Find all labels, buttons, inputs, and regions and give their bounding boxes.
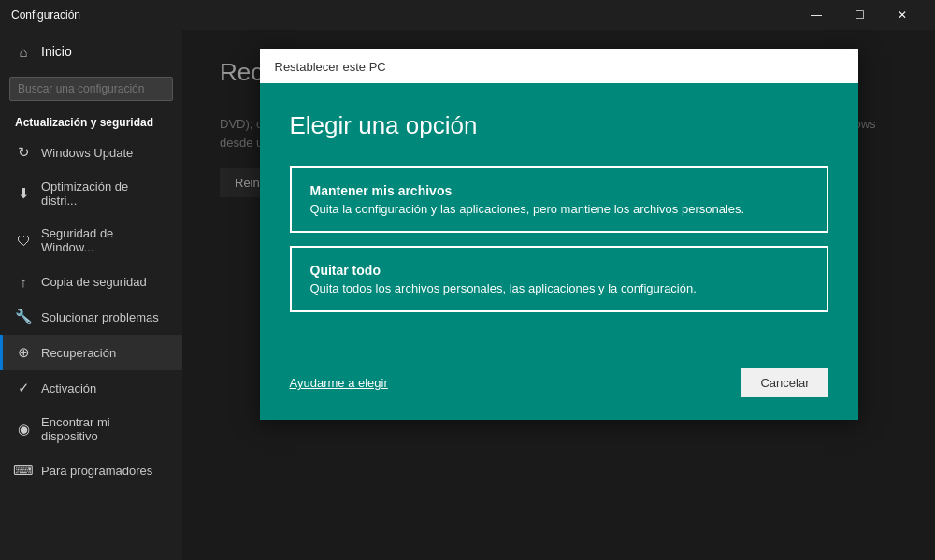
search-input[interactable]	[9, 77, 173, 101]
sidebar-item-label: Activación	[41, 381, 96, 395]
title-bar: Configuración — ☐ ✕	[0, 0, 935, 30]
sidebar-item-windows-security[interactable]: 🛡 Seguridad de Window...	[0, 217, 182, 264]
sidebar-item-find-device[interactable]: ◉ Encontrar mi dispositivo	[0, 406, 182, 452]
help-link[interactable]: Ayudarme a elegir	[290, 376, 388, 390]
dialog-body: Elegir una opción Mantener mis archivos …	[260, 83, 858, 353]
sidebar-item-label: Solucionar problemas	[41, 310, 159, 324]
update-icon: ↻	[15, 144, 32, 161]
recovery-icon: ⊕	[15, 344, 32, 361]
dialog-footer: Ayudarme a elegir Cancelar	[260, 353, 858, 420]
sidebar-home[interactable]: ⌂ Inicio	[0, 30, 182, 73]
remove-all-title: Quitar todo	[310, 263, 381, 278]
sidebar-item-label: Optimización de distri...	[41, 179, 167, 208]
sidebar-item-label: Encontrar mi dispositivo	[41, 415, 167, 443]
sidebar-item-backup[interactable]: ↑ Copia de seguridad	[0, 264, 182, 299]
sidebar-item-label: Seguridad de Window...	[41, 226, 167, 254]
dialog-titlebar: Restablecer este PC	[260, 49, 858, 83]
keep-files-option[interactable]: Mantener mis archivos Quita la configura…	[290, 166, 828, 233]
sidebar-item-label: Windows Update	[41, 146, 133, 160]
sidebar-item-delivery-optimization[interactable]: ⬇ Optimización de distri...	[0, 170, 182, 217]
sidebar-section-title: Actualización y seguridad	[0, 108, 182, 135]
home-label: Inicio	[41, 44, 72, 59]
home-icon: ⌂	[15, 43, 32, 60]
sidebar-item-label: Recuperación	[41, 346, 116, 360]
remove-all-desc: Quita todos los archivos personales, las…	[310, 281, 697, 295]
cancel-button[interactable]: Cancelar	[741, 368, 827, 397]
shield-icon: 🛡	[15, 232, 32, 249]
troubleshoot-icon: 🔧	[15, 309, 32, 325]
title-bar-controls: — ☐ ✕	[795, 0, 924, 30]
close-button[interactable]: ✕	[881, 0, 924, 30]
sidebar-item-developers[interactable]: ⌨ Para programadores	[0, 452, 182, 488]
remove-all-option[interactable]: Quitar todo Quita todos los archivos per…	[290, 246, 828, 312]
sidebar-item-activation[interactable]: ✓ Activación	[0, 370, 182, 406]
sidebar-item-label: Copia de seguridad	[41, 275, 147, 289]
app-title: Configuración	[11, 8, 80, 22]
maximize-button[interactable]: ☐	[838, 0, 881, 30]
keep-files-title: Mantener mis archivos	[310, 183, 453, 198]
backup-icon: ↑	[15, 273, 32, 290]
sidebar: ⌂ Inicio Actualización y seguridad ↻ Win…	[0, 30, 182, 560]
delivery-icon: ⬇	[15, 185, 32, 202]
dialog-heading: Elegir una opción	[290, 111, 828, 140]
activation-icon: ✓	[15, 380, 32, 396]
sidebar-item-windows-update[interactable]: ↻ Windows Update	[0, 135, 182, 170]
sidebar-item-recovery[interactable]: ⊕ Recuperación	[0, 335, 182, 370]
developers-icon: ⌨	[15, 462, 32, 479]
find-device-icon: ◉	[15, 421, 32, 438]
minimize-button[interactable]: —	[795, 0, 838, 30]
keep-files-desc: Quita la configuración y las aplicacione…	[310, 202, 745, 216]
main-content: Recuperación DVD); cambia la configuraci…	[182, 30, 935, 560]
reset-dialog: Restablecer este PC Elegir una opción Ma…	[260, 49, 858, 420]
sidebar-item-label: Para programadores	[41, 464, 152, 478]
sidebar-search[interactable]	[9, 77, 173, 101]
sidebar-item-troubleshoot[interactable]: 🔧 Solucionar problemas	[0, 299, 182, 335]
dialog-overlay: Restablecer este PC Elegir una opción Ma…	[182, 30, 935, 560]
app-body: ⌂ Inicio Actualización y seguridad ↻ Win…	[0, 30, 935, 560]
title-bar-left: Configuración	[11, 8, 80, 22]
dialog-titlebar-label: Restablecer este PC	[275, 60, 386, 74]
